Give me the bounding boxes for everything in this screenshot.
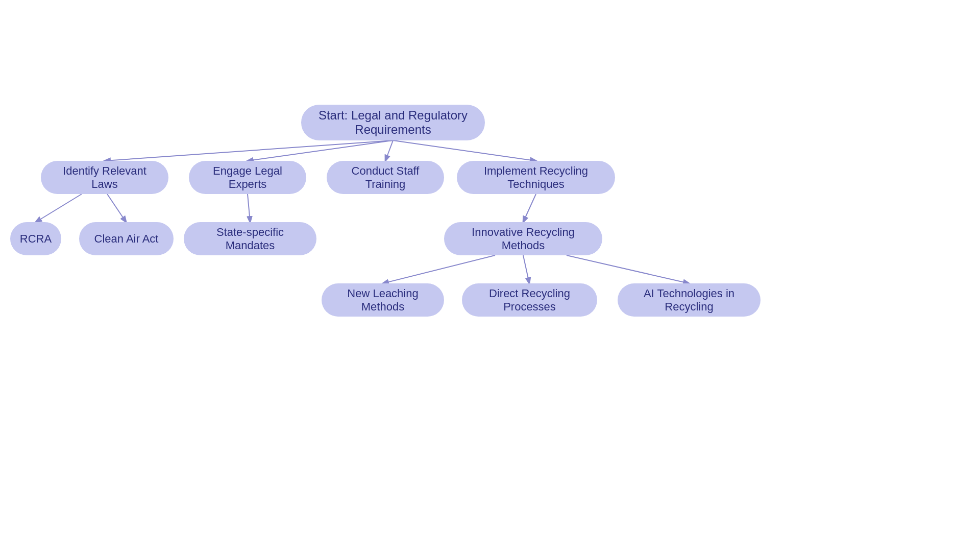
node-direct: Direct Recycling Processes — [462, 283, 597, 317]
svg-line-1 — [248, 140, 393, 161]
svg-line-3 — [393, 140, 536, 161]
diagram-container: Start: Legal and Regulatory Requirements… — [0, 0, 980, 553]
node-root: Start: Legal and Regulatory Requirements — [301, 105, 485, 140]
node-implement: Implement Recycling Techniques — [457, 161, 615, 194]
node-identify: Identify Relevant Laws — [41, 161, 168, 194]
node-conduct: Conduct Staff Training — [327, 161, 444, 194]
node-leaching: New Leaching Methods — [322, 283, 444, 317]
svg-line-10 — [567, 255, 689, 283]
svg-line-0 — [105, 140, 393, 161]
svg-line-9 — [523, 255, 529, 283]
node-clean-air: Clean Air Act — [79, 222, 174, 255]
node-rcra: RCRA — [10, 222, 61, 255]
svg-line-2 — [385, 140, 393, 161]
node-engage: Engage Legal Experts — [189, 161, 306, 194]
svg-line-5 — [107, 194, 126, 222]
connections-svg — [0, 0, 980, 553]
svg-line-6 — [248, 194, 250, 222]
node-ai: AI Technologies in Recycling — [618, 283, 761, 317]
node-state: State-specific Mandates — [184, 222, 316, 255]
svg-line-7 — [523, 194, 536, 222]
node-innovative: Innovative Recycling Methods — [444, 222, 602, 255]
svg-line-8 — [383, 255, 495, 283]
svg-line-4 — [36, 194, 82, 222]
